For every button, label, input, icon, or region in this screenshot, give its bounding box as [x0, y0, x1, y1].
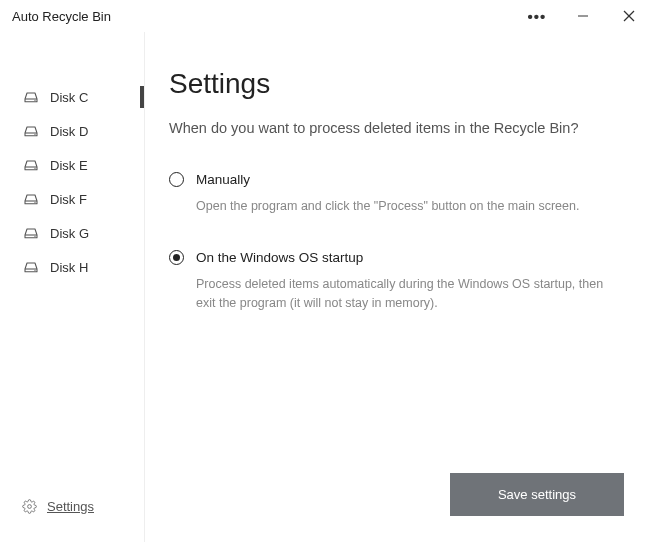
sidebar-item-disk[interactable]: Disk C [0, 80, 144, 114]
content-panel: Settings When do you want to process del… [145, 32, 652, 542]
more-button[interactable]: ••• [514, 0, 560, 32]
option-label: On the Windows OS startup [196, 250, 363, 265]
sidebar-item-label: Disk E [50, 158, 88, 173]
option-label: Manually [196, 172, 250, 187]
window-controls: ••• [514, 0, 652, 32]
disk-icon [22, 227, 40, 239]
radio-button[interactable] [169, 250, 184, 265]
svg-point-10 [34, 202, 35, 203]
sidebar-item-label: Disk C [50, 90, 88, 105]
svg-point-6 [34, 134, 35, 135]
sidebar-item-label: Disk H [50, 260, 88, 275]
titlebar: Auto Recycle Bin ••• [0, 0, 652, 32]
sidebar-item-disk[interactable]: Disk E [0, 148, 144, 182]
svg-point-8 [34, 168, 35, 169]
page-title: Settings [169, 68, 628, 100]
save-settings-button[interactable]: Save settings [450, 473, 624, 516]
disk-icon [22, 125, 40, 137]
svg-point-4 [34, 100, 35, 101]
disk-icon [22, 261, 40, 273]
svg-point-15 [28, 505, 32, 509]
sidebar: Disk CDisk DDisk EDisk FDisk GDisk H Set… [0, 32, 145, 542]
sidebar-item-label: Disk G [50, 226, 89, 241]
sidebar-item-label: Disk D [50, 124, 88, 139]
options-group: ManuallyOpen the program and click the "… [169, 172, 628, 346]
option-description: Process deleted items automatically duri… [196, 275, 606, 313]
option: ManuallyOpen the program and click the "… [169, 172, 628, 216]
svg-point-12 [34, 236, 35, 237]
sidebar-item-disk[interactable]: Disk G [0, 216, 144, 250]
app-title: Auto Recycle Bin [12, 9, 111, 24]
gear-icon [22, 499, 37, 514]
option-radio-row[interactable]: On the Windows OS startup [169, 250, 628, 265]
sidebar-list: Disk CDisk DDisk EDisk FDisk GDisk H [0, 80, 144, 499]
sidebar-item-disk[interactable]: Disk F [0, 182, 144, 216]
disk-icon [22, 159, 40, 171]
minimize-icon [577, 10, 589, 22]
option-description: Open the program and click the "Process"… [196, 197, 606, 216]
close-button[interactable] [606, 0, 652, 32]
settings-link[interactable]: Settings [22, 499, 144, 514]
disk-icon [22, 193, 40, 205]
close-icon [623, 10, 635, 22]
settings-link-label: Settings [47, 499, 94, 514]
question-text: When do you want to process deleted item… [169, 118, 599, 138]
sidebar-item-label: Disk F [50, 192, 87, 207]
minimize-button[interactable] [560, 0, 606, 32]
sidebar-item-disk[interactable]: Disk H [0, 250, 144, 284]
disk-icon [22, 91, 40, 103]
option-radio-row[interactable]: Manually [169, 172, 628, 187]
option: On the Windows OS startupProcess deleted… [169, 250, 628, 313]
sidebar-item-disk[interactable]: Disk D [0, 114, 144, 148]
radio-button[interactable] [169, 172, 184, 187]
svg-point-14 [34, 270, 35, 271]
